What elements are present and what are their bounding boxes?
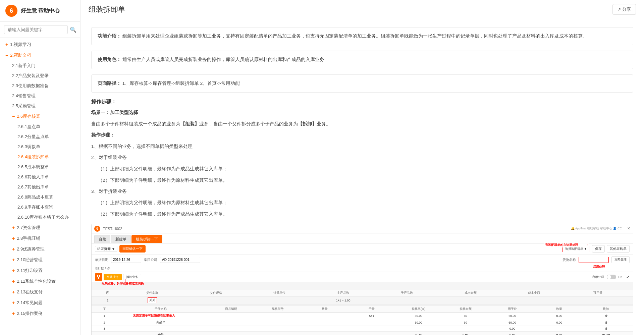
search-box[interactable]: 🔍 <box>0 22 80 38</box>
mock-btn-bom[interactable]: 选择装配清单 ▼ <box>562 246 590 252</box>
mock-titlebar: 6 TEST-H002 🔔 AppTrial 在线帮助 帮助中心 👤 CC ✕ <box>92 224 633 233</box>
share-button[interactable]: ↗ 分享 <box>612 4 636 15</box>
collapse-icon2: − <box>12 114 15 119</box>
mock-table-row-1: 1 关关 1+1 ÷ 1.00 <box>92 296 633 304</box>
sidebar-item-new[interactable]: 2.1新手入门 <box>0 61 80 71</box>
sidebar-item-otheroutbound[interactable]: 2.6.7其他出库单 <box>0 182 80 192</box>
sidebar-item-faq[interactable]: + 2.14常见问题 <box>0 297 80 308</box>
sidebar-item-split[interactable]: 2.6.2分量盘点单 <box>0 132 80 142</box>
mock-cell-seq: 1 <box>95 299 120 302</box>
sidebar-item-mobile[interactable]: + 2.8手机旺铺 <box>0 233 80 244</box>
expand-icon6: + <box>12 268 15 273</box>
sidebar-item-adjust[interactable]: 2.6.3调拨单 <box>0 142 80 152</box>
mock-title: TEST-H002 <box>103 227 122 231</box>
sidebar-item-costadj[interactable]: 2.6.5成本调整单 <box>0 162 80 172</box>
mock-assembly-btn[interactable]: 组装业务 <box>104 274 122 280</box>
sidebar-item-coupon[interactable]: + 2.9优惠券管理 <box>0 244 80 255</box>
steps-title: 操作步骤： <box>91 99 633 105</box>
sidebar-item-online[interactable]: + 2.13在线支付 <box>0 287 80 297</box>
mock-toggle[interactable] <box>607 275 616 279</box>
expand-icon9: + <box>12 300 15 305</box>
logo-text: 好生意 帮助中心 <box>21 7 60 14</box>
mock-form-label1: 单据日期 <box>95 258 108 262</box>
sidebar-item-ops[interactable]: + 2.10经营管理 <box>0 255 80 265</box>
mock-col-cost2: 成本金额 <box>502 291 566 295</box>
sidebar-item-print[interactable]: + 2.11打印设置 <box>0 265 80 276</box>
role-label: 使用角色： <box>98 57 121 62</box>
mock-bottom-table: 序 子件名称 商品编码 规格型号 数量 子量 损耗率(%) 损耗金额 用于处 数… <box>92 306 633 335</box>
mock-btn-confirm[interactable]: 同期确认一下 <box>119 245 146 253</box>
step2-2-text: （2）下部明细为子件明细，最终作为原材料生成其它出库单。 <box>98 176 633 185</box>
search-input[interactable] <box>4 25 68 34</box>
mock-bot-col-del: 删除 <box>583 307 630 311</box>
mock-btn-save[interactable]: 保存 <box>592 245 605 253</box>
mock-goods-input[interactable] <box>579 257 609 263</box>
expand-icon5: + <box>12 257 15 263</box>
mock-disassembly-btn[interactable]: 拆卸业务 <box>123 274 141 280</box>
mock-col-unit: 计量单位 <box>248 291 311 295</box>
mock-bot-col-seq: 序 <box>95 307 114 311</box>
mock-form-label2: 集团公司 <box>144 258 157 262</box>
mock-toggle-label: On <box>618 275 622 279</box>
mock-bot-row-3: 3 0.00 🗑 <box>92 326 633 332</box>
nav-section: + 1.视频学习 − 2.帮助文档 2.1新手入门 2.2产品安装及登录 2.3… <box>0 38 80 320</box>
sidebar-item-finance[interactable]: + 2.7资金管理 <box>0 222 80 233</box>
intro-label: 功能介绍： <box>98 34 121 39</box>
mock-bot-row-1: 1 商品 1 5+1 30.00 60 60.00 0.00 🗑 <box>92 313 633 319</box>
mock-date-input[interactable] <box>111 257 141 263</box>
step2-1-text: （1）上部明细为父件明细，最终作为产成品生成其它入库单； <box>98 165 633 173</box>
sidebar-item-costcalc[interactable]: 2.6.8商品成本重算 <box>0 192 80 202</box>
mock-form-row: 单据日期 集团公司 货物名称 立即处理 <box>92 255 633 265</box>
sidebar-item-video[interactable]: + 1.视频学习 <box>0 39 80 50</box>
sidebar-item-data[interactable]: 2.3使用前数据准备 <box>0 81 80 91</box>
screenshot-container: 6 TEST-H002 🔔 AppTrial 在线帮助 帮助中心 👤 CC ✕ … <box>91 224 633 335</box>
mock-row-count: 总行数 2/条 <box>92 265 633 272</box>
sidebar-item-assembly[interactable]: 2.6.4组装拆卸单 <box>0 152 80 162</box>
sidebar-item-purchase[interactable]: 2.5采购管理 <box>0 101 80 111</box>
sidebar-item-otherinbound[interactable]: 2.6.6其他入库单 <box>0 172 80 182</box>
role-text: 通常由生产人员或库管人员完成折装业务的操作，库管人员确认原材料的出库和产成品的入… <box>122 57 324 62</box>
mock-upper-table: 序 父件名称 父件规格 计量单位 主产品数 子产品数 成本金额 成本金额 可用量… <box>92 290 633 304</box>
dropdown-icon: ▼ <box>112 247 115 251</box>
sidebar-item-stockerr[interactable]: 2.6.10库存账本错了怎么办 <box>0 212 80 222</box>
mock-expand-icon[interactable]: ⤢ <box>626 275 630 279</box>
sidebar-item-stocktake[interactable]: 2.6.1盘点单 <box>0 122 80 132</box>
mock-toolbar: 组装拆卸 ▼ 同期确认一下 选择装配清单 ▼ 保存 其他采购单 <box>92 243 633 255</box>
mock-type-section: 组装业务 拆卸业务 启用处理 On ⤢ 组装业务、拆卸业务在这里切换 <box>92 272 633 282</box>
sidebar-item-sales[interactable]: 2.4销售管理 <box>0 91 80 101</box>
path-block: 页面路径： 1、库存核算->库存管理->组装拆卸单 2、首页->常用功能 <box>91 74 633 93</box>
mock-col-main-qty: 主产品数 <box>311 291 375 295</box>
scene1-intro: 当由多个子件材料组装成一个成品的业务为【组装】业务，当由一个父件拆分成多个子产品… <box>91 120 633 128</box>
step3-text: 3、对于拆装业务 <box>91 187 633 196</box>
mock-type-label: 启用处理 <box>592 275 604 279</box>
mock-tabs: 自然 新建单 组装拆卸一下 <box>92 233 633 243</box>
mock-docno-input[interactable] <box>160 257 200 263</box>
sidebar-item-stockcheck[interactable]: 2.6.9库存账本查询 <box>0 202 80 212</box>
mock-icon-area <box>95 273 102 281</box>
scene1-title: 场景一：加工类型选择 <box>91 108 633 117</box>
mock-col-sub-qty: 子产品数 <box>375 291 439 295</box>
sidebar-item-inventory[interactable]: − 2.6库存核算 <box>0 111 80 122</box>
expand-icon10: + <box>12 311 15 316</box>
mock-type-bar: 组装业务 拆卸业务 启用处理 On ⤢ <box>92 272 633 282</box>
mock-btn-select[interactable]: 立即处理 <box>611 256 630 263</box>
mock-close-icon: ✕ <box>627 226 630 231</box>
mock-parent-input[interactable]: 关关 <box>148 297 157 303</box>
mock-btn-submit[interactable]: 其他采购单 <box>607 245 630 253</box>
mock-tab-home[interactable]: 自然 <box>94 235 110 243</box>
search-icon[interactable]: 🔍 <box>70 26 76 33</box>
step3-1-text: （1）上部明细为父件明细，最终作为原材料生成其它出库单； <box>98 199 633 207</box>
sidebar-item-docs[interactable]: − 2.帮助文档 <box>0 50 80 61</box>
sidebar-item-cases[interactable]: + 2.15操作案例 <box>0 308 80 319</box>
mock-doctype: 组装拆卸 ▼ <box>95 246 117 252</box>
mock-tab-new[interactable]: 新建单 <box>111 235 131 243</box>
logo-area: 6 好生意 帮助中心 <box>0 0 80 22</box>
sidebar-item-install[interactable]: 2.2产品安装及登录 <box>0 71 80 81</box>
mock-col-parent-name: 父件名称 <box>120 291 184 295</box>
collapse-icon: − <box>5 53 8 58</box>
expand-icon3: + <box>12 236 15 241</box>
expand-icon8: + <box>12 289 15 295</box>
sidebar-item-custom[interactable]: + 2.12系统个性化设置 <box>0 276 80 287</box>
mock-bot-col-qty: 数量 <box>301 307 348 311</box>
mock-tab-assembly[interactable]: 组装拆卸一下 <box>131 235 162 243</box>
